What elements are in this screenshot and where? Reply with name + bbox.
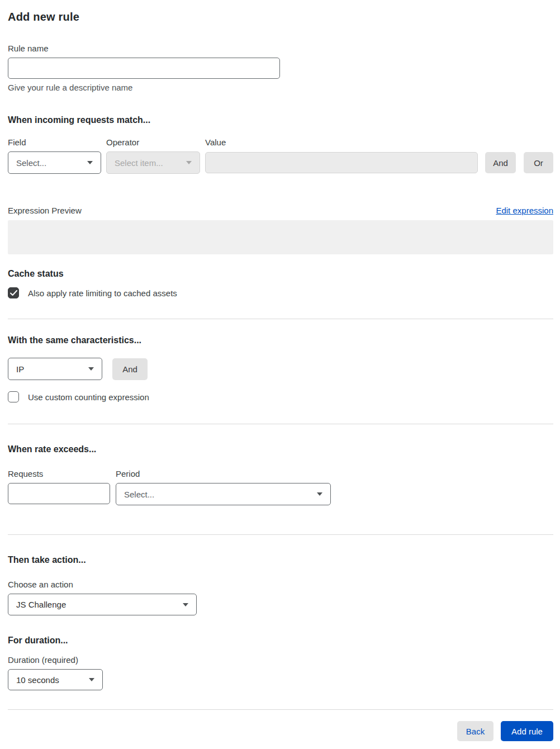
footer-divider xyxy=(8,709,553,710)
cache-assets-checkbox[interactable] xyxy=(8,287,19,298)
chevron-down-icon xyxy=(89,678,94,681)
or-button[interactable]: Or xyxy=(524,152,553,173)
characteristics-select-value: IP xyxy=(16,364,24,374)
back-button[interactable]: Back xyxy=(457,721,493,741)
characteristics-select[interactable]: IP xyxy=(8,358,102,380)
rule-name-helper: Give your rule a descriptive name xyxy=(8,83,553,92)
field-label: Field xyxy=(8,138,101,147)
duration-heading: For duration... xyxy=(8,636,553,646)
requests-input[interactable] xyxy=(8,483,110,504)
value-label: Value xyxy=(205,138,478,147)
section-divider xyxy=(8,424,553,424)
expression-preview-label: Expression Preview xyxy=(8,206,82,215)
action-heading: Then take action... xyxy=(8,555,553,565)
edit-expression-link[interactable]: Edit expression xyxy=(496,206,553,215)
and-button[interactable]: And xyxy=(485,152,516,173)
requests-label: Requests xyxy=(8,469,110,478)
chevron-down-icon xyxy=(88,367,94,371)
field-select[interactable]: Select... xyxy=(8,151,101,174)
action-select[interactable]: JS Challenge xyxy=(8,594,197,615)
chevron-down-icon xyxy=(186,161,192,164)
expression-preview-box xyxy=(8,220,553,254)
period-label: Period xyxy=(116,469,331,478)
operator-label: Operator xyxy=(106,138,200,147)
operator-select[interactable]: Select item... xyxy=(106,151,200,174)
rule-name-input[interactable] xyxy=(8,58,280,79)
custom-counting-checkbox[interactable] xyxy=(8,391,19,402)
cache-assets-checkbox-label: Also apply rate limiting to cached asset… xyxy=(28,288,177,298)
period-select-value: Select... xyxy=(124,490,154,499)
add-rule-form: Add new rule Rule name Give your rule a … xyxy=(0,0,560,748)
page-title: Add new rule xyxy=(8,0,553,23)
characteristics-and-button[interactable]: And xyxy=(112,358,148,380)
field-select-value: Select... xyxy=(16,158,46,168)
section-divider xyxy=(8,534,553,535)
chevron-down-icon xyxy=(87,161,93,164)
characteristics-heading: With the same characteristics... xyxy=(8,335,553,345)
period-select[interactable]: Select... xyxy=(116,483,331,505)
operator-select-value: Select item... xyxy=(115,158,163,168)
duration-select[interactable]: 10 seconds xyxy=(8,669,103,690)
value-input[interactable] xyxy=(205,152,478,173)
match-section-heading: When incoming requests match... xyxy=(8,115,553,125)
rate-heading: When rate exceeds... xyxy=(8,444,553,454)
action-select-value: JS Challenge xyxy=(16,600,66,609)
duration-label: Duration (required) xyxy=(8,655,553,665)
duration-select-value: 10 seconds xyxy=(16,675,59,685)
choose-action-label: Choose an action xyxy=(8,580,553,589)
chevron-down-icon xyxy=(183,603,188,606)
checkmark-icon xyxy=(10,290,17,296)
custom-counting-checkbox-label: Use custom counting expression xyxy=(28,392,149,402)
section-divider xyxy=(8,319,553,319)
chevron-down-icon xyxy=(317,492,322,496)
rule-name-label: Rule name xyxy=(8,44,553,53)
add-rule-button[interactable]: Add rule xyxy=(501,721,553,741)
cache-status-heading: Cache status xyxy=(8,269,553,279)
